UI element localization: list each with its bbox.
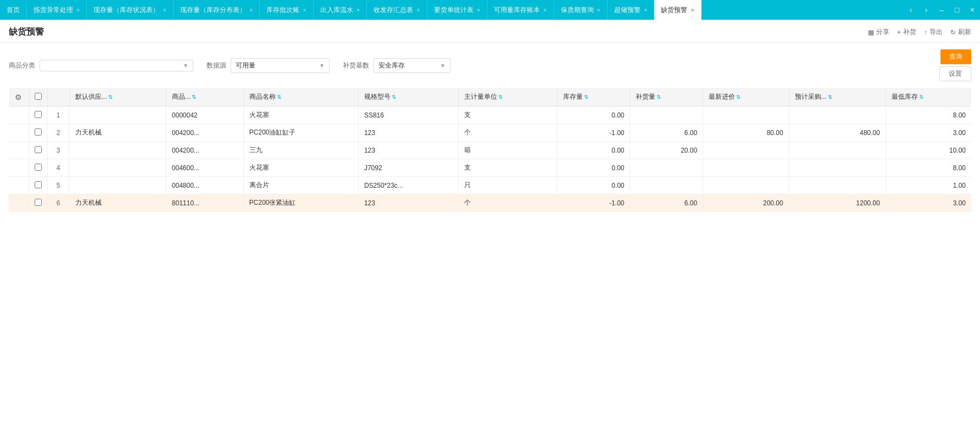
td-replenish-qty-5: 6.00: [630, 194, 703, 212]
td-unit-3: 支: [458, 159, 557, 177]
replenish-base-select[interactable]: 安全库存 ▼: [374, 58, 450, 73]
row-checkbox-0[interactable]: [35, 111, 42, 118]
td-code-3: 004600...: [166, 159, 243, 177]
th-gear[interactable]: ⚙: [9, 88, 29, 107]
row-checkbox-1[interactable]: [35, 128, 42, 136]
datasource-label: 数据源: [207, 61, 226, 70]
tab-close-overstock[interactable]: ×: [644, 7, 647, 13]
table-row: 2 力天机械 004200... PC200油缸缸子 123 个 -1.00 6…: [9, 124, 971, 142]
tab-expiry-query[interactable]: 保质期查询×: [554, 0, 608, 20]
tab-close-batch-account[interactable]: ×: [303, 7, 306, 13]
td-unit-4: 只: [458, 177, 557, 194]
window-close-btn[interactable]: ×: [965, 0, 980, 20]
td-unit-2: 箱: [458, 142, 557, 159]
td-gear-1: [9, 124, 29, 142]
th-product-code[interactable]: 商品...⇅: [166, 88, 243, 107]
settings-button[interactable]: 设置: [939, 66, 971, 81]
tab-prev-btn[interactable]: ‹: [903, 0, 918, 20]
header-actions: ▦ 分享 + 补货 ↑ 导出 ↻ 刷新: [868, 27, 971, 37]
td-stock-5: -1.00: [557, 194, 630, 212]
td-spec-4: DS250*23c...: [358, 177, 458, 194]
export-icon: ↑: [924, 29, 927, 36]
tab-label-inventory-dist: 现存量（库存分布表）: [180, 5, 246, 15]
td-checkbox-5[interactable]: [29, 194, 47, 212]
category-select[interactable]: ▼: [40, 60, 193, 71]
replenish-action[interactable]: + 补货: [897, 27, 916, 37]
tab-close-available-ledger[interactable]: ×: [543, 7, 547, 13]
td-spec-3: J7092: [358, 159, 458, 177]
th-latest-price[interactable]: 最新进价⇅: [703, 88, 789, 107]
row-checkbox-3[interactable]: [35, 164, 42, 171]
tab-abnormal[interactable]: 拣货异常处理×: [27, 0, 87, 20]
tab-overstock[interactable]: 超储预警×: [608, 0, 654, 20]
tab-home[interactable]: 首页: [0, 0, 27, 20]
td-min-stock-3: 8.00: [886, 159, 971, 177]
tab-bar: 首页拣货异常处理×现存量（库存状况表）×现存量（库存分布表）×库存批次账×出入库…: [0, 0, 980, 20]
window-maximize-btn[interactable]: □: [949, 0, 965, 20]
row-checkbox-5[interactable]: [35, 199, 42, 206]
share-icon: ▦: [868, 29, 874, 36]
td-replenish-qty-0: [630, 107, 703, 124]
tab-label-batch-account: 库存批次账: [266, 5, 299, 15]
tab-shortage[interactable]: 缺货预警×: [654, 0, 701, 20]
th-min-stock[interactable]: 最低库存⇅: [886, 88, 971, 107]
tab-close-inventory-dist[interactable]: ×: [249, 7, 253, 13]
main-content: 缺货预警 ▦ 分享 + 补货 ↑ 导出 ↻ 刷新 商品分类: [0, 20, 980, 437]
td-checkbox-2[interactable]: [29, 142, 47, 159]
row-checkbox-2[interactable]: [35, 146, 42, 153]
window-minimize-btn[interactable]: –: [934, 0, 949, 20]
tab-inout-flow[interactable]: 出入库流水×: [314, 0, 367, 20]
category-label: 商品分类: [9, 61, 35, 70]
th-estimated-purchase[interactable]: 预计采购...⇅: [789, 88, 886, 107]
td-spec-5: 123: [358, 194, 458, 212]
td-code-4: 004800...: [166, 177, 243, 194]
td-checkbox-4[interactable]: [29, 177, 47, 194]
td-stock-1: -1.00: [557, 124, 630, 142]
th-default-supplier[interactable]: 默认供应...⇅: [69, 88, 166, 107]
query-button[interactable]: 查询: [940, 49, 971, 64]
td-replenish-qty-1: 6.00: [630, 124, 703, 142]
tab-inventory-dist[interactable]: 现存量（库存分布表）×: [174, 0, 260, 20]
tab-close-order-stats[interactable]: ×: [477, 7, 480, 13]
tab-inventory-status[interactable]: 现存量（库存状况表）×: [87, 0, 173, 20]
row-checkbox-4[interactable]: [35, 181, 42, 188]
th-checkbox: [29, 88, 47, 107]
th-replenish-qty[interactable]: 补货量⇅: [630, 88, 703, 107]
tab-close-receive-summary[interactable]: ×: [416, 7, 420, 13]
td-gear-0: [9, 107, 29, 124]
tab-batch-account[interactable]: 库存批次账×: [260, 0, 313, 20]
page-header: 缺货预警 ▦ 分享 + 补货 ↑ 导出 ↻ 刷新: [0, 20, 980, 43]
th-product-name[interactable]: 商品名称⇅: [243, 88, 358, 107]
tab-close-abnormal[interactable]: ×: [76, 7, 80, 13]
td-index-2: 3: [47, 142, 69, 159]
tab-receive-summary[interactable]: 收发存汇总表×: [367, 0, 427, 20]
datasource-select[interactable]: 可用量 ▼: [231, 58, 330, 73]
td-name-5: PC200张紧油缸: [243, 194, 358, 212]
tab-label-expiry-query: 保质期查询: [561, 5, 594, 15]
th-spec[interactable]: 规格型号⇅: [358, 88, 458, 107]
td-spec-2: 123: [358, 142, 458, 159]
tab-close-shortage[interactable]: ×: [691, 7, 694, 13]
tab-close-inout-flow[interactable]: ×: [357, 7, 360, 13]
table-row: 6 力天机械 801110... PC200张紧油缸 123 个 -1.00 6…: [9, 194, 971, 212]
td-latest-price-5: 200.00: [703, 194, 789, 212]
select-all-checkbox[interactable]: [35, 93, 42, 100]
tab-close-expiry-query[interactable]: ×: [597, 7, 600, 13]
th-stock[interactable]: 库存量⇅: [557, 88, 630, 107]
th-unit[interactable]: 主计量单位⇅: [458, 88, 557, 107]
td-stock-0: 0.00: [557, 107, 630, 124]
share-action[interactable]: ▦ 分享: [868, 27, 889, 37]
td-checkbox-0[interactable]: [29, 107, 47, 124]
td-min-stock-4: 1.00: [886, 177, 971, 194]
tab-next-btn[interactable]: ›: [918, 0, 934, 20]
td-checkbox-1[interactable]: [29, 124, 47, 142]
tab-available-ledger[interactable]: 可用量库存账本×: [487, 0, 554, 20]
refresh-action[interactable]: ↻ 刷新: [950, 27, 971, 37]
gear-settings-btn[interactable]: ⚙: [15, 93, 22, 102]
tab-order-stats[interactable]: 要货单统计表×: [427, 0, 487, 20]
export-action[interactable]: ↑ 导出: [924, 27, 943, 37]
td-latest-price-2: [703, 142, 789, 159]
td-index-1: 2: [47, 124, 69, 142]
tab-close-inventory-status[interactable]: ×: [163, 7, 166, 13]
td-checkbox-3[interactable]: [29, 159, 47, 177]
